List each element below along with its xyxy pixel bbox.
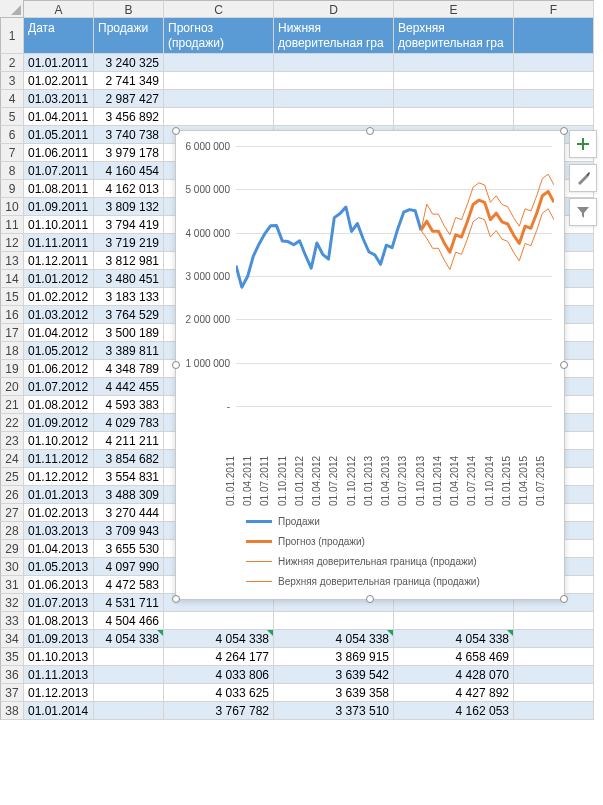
cell-D37[interactable]: 3 639 358 <box>274 684 394 702</box>
cell-B8[interactable]: 4 160 454 <box>94 162 164 180</box>
row-header-6[interactable]: 6 <box>0 126 24 144</box>
cell-B17[interactable]: 3 500 189 <box>94 324 164 342</box>
row-header-4[interactable]: 4 <box>0 90 24 108</box>
row-header-25[interactable]: 25 <box>0 468 24 486</box>
cell-B6[interactable]: 3 740 738 <box>94 126 164 144</box>
col-header-E[interactable]: E <box>394 0 514 18</box>
cell-E2[interactable] <box>394 54 514 72</box>
cell-A19[interactable]: 01.06.2012 <box>24 360 94 378</box>
cell-B20[interactable]: 4 442 455 <box>94 378 164 396</box>
cell-E4[interactable] <box>394 90 514 108</box>
row-header-8[interactable]: 8 <box>0 162 24 180</box>
cell-B36[interactable] <box>94 666 164 684</box>
row-header-26[interactable]: 26 <box>0 486 24 504</box>
cell-B14[interactable]: 3 480 451 <box>94 270 164 288</box>
row-header-17[interactable]: 17 <box>0 324 24 342</box>
cell-C3[interactable] <box>164 72 274 90</box>
cell-A9[interactable]: 01.08.2011 <box>24 180 94 198</box>
cell-C33[interactable] <box>164 612 274 630</box>
col-header-A[interactable]: A <box>24 0 94 18</box>
cell-B38[interactable] <box>94 702 164 720</box>
cell-A24[interactable]: 01.11.2012 <box>24 450 94 468</box>
row-header-33[interactable]: 33 <box>0 612 24 630</box>
cell-B24[interactable]: 3 854 682 <box>94 450 164 468</box>
cell-B26[interactable]: 3 488 309 <box>94 486 164 504</box>
cell-A21[interactable]: 01.08.2012 <box>24 396 94 414</box>
cell-B23[interactable]: 4 211 211 <box>94 432 164 450</box>
cell-E33[interactable] <box>394 612 514 630</box>
cell-A33[interactable]: 01.08.2013 <box>24 612 94 630</box>
forecast-chart[interactable]: -1 000 0002 000 0003 000 0004 000 0005 0… <box>175 130 565 600</box>
cell-C35[interactable]: 4 264 177 <box>164 648 274 666</box>
header-cell-E[interactable]: Верхняя доверительная гра <box>394 18 514 54</box>
cell-F3[interactable] <box>514 72 594 90</box>
cell-B2[interactable]: 3 240 325 <box>94 54 164 72</box>
row-header-9[interactable]: 9 <box>0 180 24 198</box>
cell-B22[interactable]: 4 029 783 <box>94 414 164 432</box>
header-cell-F[interactable] <box>514 18 594 54</box>
cell-B35[interactable] <box>94 648 164 666</box>
cell-D34[interactable]: 4 054 338 <box>274 630 394 648</box>
cell-F38[interactable] <box>514 702 594 720</box>
col-header-C[interactable]: C <box>164 0 274 18</box>
chart-styles-button[interactable] <box>569 164 597 192</box>
row-header-36[interactable]: 36 <box>0 666 24 684</box>
cell-A17[interactable]: 01.04.2012 <box>24 324 94 342</box>
row-header-15[interactable]: 15 <box>0 288 24 306</box>
cell-D36[interactable]: 3 639 542 <box>274 666 394 684</box>
row-header-20[interactable]: 20 <box>0 378 24 396</box>
cell-B33[interactable]: 4 504 466 <box>94 612 164 630</box>
cell-B31[interactable]: 4 472 583 <box>94 576 164 594</box>
cell-A7[interactable]: 01.06.2011 <box>24 144 94 162</box>
row-header-5[interactable]: 5 <box>0 108 24 126</box>
row-header-24[interactable]: 24 <box>0 450 24 468</box>
row-header-16[interactable]: 16 <box>0 306 24 324</box>
cell-A20[interactable]: 01.07.2012 <box>24 378 94 396</box>
cell-B19[interactable]: 4 348 789 <box>94 360 164 378</box>
chart-add-element-button[interactable] <box>569 130 597 158</box>
row-header-14[interactable]: 14 <box>0 270 24 288</box>
cell-C38[interactable]: 3 767 782 <box>164 702 274 720</box>
row-header-31[interactable]: 31 <box>0 576 24 594</box>
header-cell-A[interactable]: Дата <box>24 18 94 54</box>
cell-E5[interactable] <box>394 108 514 126</box>
cell-A34[interactable]: 01.09.2013 <box>24 630 94 648</box>
cell-A32[interactable]: 01.07.2013 <box>24 594 94 612</box>
cell-A27[interactable]: 01.02.2013 <box>24 504 94 522</box>
cell-A14[interactable]: 01.01.2012 <box>24 270 94 288</box>
cell-A15[interactable]: 01.02.2012 <box>24 288 94 306</box>
row-header-35[interactable]: 35 <box>0 648 24 666</box>
cell-A35[interactable]: 01.10.2013 <box>24 648 94 666</box>
cell-B5[interactable]: 3 456 892 <box>94 108 164 126</box>
cell-B11[interactable]: 3 794 419 <box>94 216 164 234</box>
cell-B4[interactable]: 2 987 427 <box>94 90 164 108</box>
cell-A30[interactable]: 01.05.2013 <box>24 558 94 576</box>
cell-D33[interactable] <box>274 612 394 630</box>
row-header-12[interactable]: 12 <box>0 234 24 252</box>
cell-B30[interactable]: 4 097 990 <box>94 558 164 576</box>
cell-A26[interactable]: 01.01.2013 <box>24 486 94 504</box>
cell-E36[interactable]: 4 428 070 <box>394 666 514 684</box>
row-header-18[interactable]: 18 <box>0 342 24 360</box>
cell-A31[interactable]: 01.06.2013 <box>24 576 94 594</box>
cell-A3[interactable]: 01.02.2011 <box>24 72 94 90</box>
cell-B3[interactable]: 2 741 349 <box>94 72 164 90</box>
cell-F35[interactable] <box>514 648 594 666</box>
cell-E34[interactable]: 4 054 338 <box>394 630 514 648</box>
cell-A13[interactable]: 01.12.2011 <box>24 252 94 270</box>
cell-F37[interactable] <box>514 684 594 702</box>
chart-filter-button[interactable] <box>569 198 597 226</box>
cell-B15[interactable]: 3 183 133 <box>94 288 164 306</box>
cell-A28[interactable]: 01.03.2013 <box>24 522 94 540</box>
cell-B12[interactable]: 3 719 219 <box>94 234 164 252</box>
cell-B28[interactable]: 3 709 943 <box>94 522 164 540</box>
cell-A25[interactable]: 01.12.2012 <box>24 468 94 486</box>
cell-F2[interactable] <box>514 54 594 72</box>
cell-A29[interactable]: 01.04.2013 <box>24 540 94 558</box>
cell-A10[interactable]: 01.09.2011 <box>24 198 94 216</box>
cell-A2[interactable]: 01.01.2011 <box>24 54 94 72</box>
header-cell-C[interactable]: Прогноз (продажи) <box>164 18 274 54</box>
cell-B18[interactable]: 3 389 811 <box>94 342 164 360</box>
row-header-21[interactable]: 21 <box>0 396 24 414</box>
cell-A36[interactable]: 01.11.2013 <box>24 666 94 684</box>
